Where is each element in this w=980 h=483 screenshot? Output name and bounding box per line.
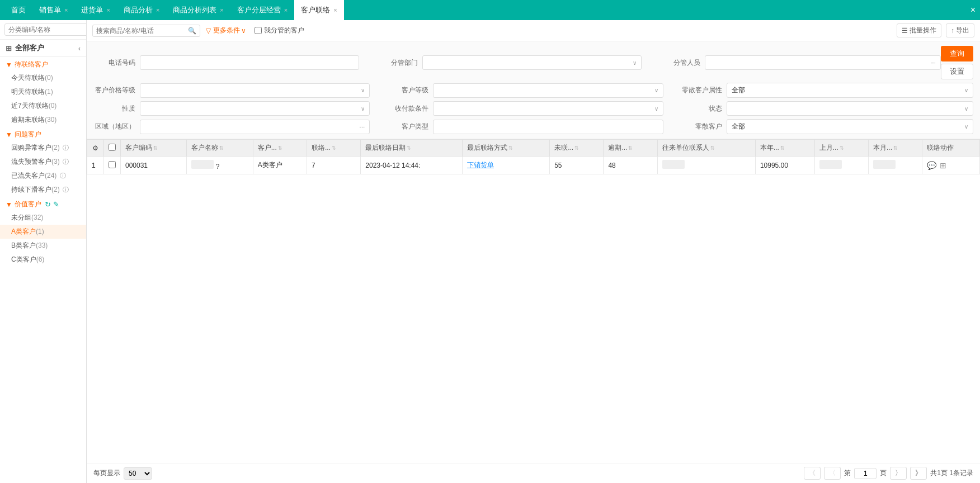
retail-attr-label: 零散客户属性 (680, 86, 722, 95)
close-analysis-list-tab[interactable]: × (220, 7, 223, 13)
sidebar-search-input[interactable] (4, 23, 87, 36)
query-button[interactable]: 查询 (941, 46, 973, 61)
retail-caret-icon: ∨ (964, 124, 968, 130)
close-contact-tab[interactable]: × (333, 7, 337, 13)
sidebar-item-today[interactable]: 今天待联络(0) (0, 71, 86, 85)
nav-tab-customer-segmentation[interactable]: 客户分层经营 × (230, 0, 294, 20)
batch-ops-button[interactable]: ☰ 批量操作 (897, 23, 941, 37)
refresh-icon[interactable]: ↻ (45, 200, 51, 209)
last-method-link[interactable]: 下销货单 (467, 161, 494, 169)
filter-more-button[interactable]: ▽ 更多条件 ∨ (206, 26, 246, 35)
nav-tab-customer-contact[interactable]: 客户联络 × (294, 0, 343, 20)
th-code: 客户编码⇅ (121, 140, 187, 157)
select-all-checkbox[interactable] (109, 144, 116, 151)
row-last-method[interactable]: 下销货单 (462, 157, 549, 174)
my-customers-checkbox-area[interactable]: 我分管的客户 (255, 26, 304, 35)
export-button[interactable]: ↑ 导出 (946, 23, 974, 37)
nav-tab-analysis-list[interactable]: 商品分析列表 × (166, 0, 230, 20)
sidebar-item-abnormal[interactable]: 回购异常客户(2) ⓘ (0, 141, 86, 155)
sidebar-value-group[interactable]: ▼ 价值客户 ↻ ✎ (0, 197, 86, 211)
window-close-button[interactable]: × (970, 5, 976, 15)
th-gear[interactable]: ⚙ (87, 140, 104, 157)
dept-input[interactable]: ∨ (422, 55, 642, 70)
sort-no-contact-icon[interactable]: ⇅ (574, 145, 579, 151)
page-number-input[interactable] (854, 468, 877, 479)
customer-level-input[interactable]: ∨ (433, 83, 663, 98)
price-level-input[interactable]: ∨ (140, 83, 370, 98)
sidebar-item-7days[interactable]: 近7天待联络(0) (0, 99, 86, 113)
nav-tab-purchase[interactable]: 进货单 × (74, 0, 116, 20)
sort-level-icon[interactable]: ⇅ (278, 145, 282, 151)
retail-input[interactable]: 全部 ∨ (727, 119, 973, 134)
filter-search-input[interactable] (96, 27, 186, 35)
sort-contact-count-icon[interactable]: ⇅ (332, 145, 336, 151)
sort-this-month-icon[interactable]: ⇅ (893, 145, 898, 151)
phone-input[interactable] (140, 55, 359, 70)
sidebar-item-declining[interactable]: 持续下滑客户(2) ⓘ (0, 183, 86, 197)
sidebar-pending-group[interactable]: ▼ 待联络客户 (0, 57, 86, 71)
sort-name-icon[interactable]: ⇅ (219, 145, 224, 151)
sidebar-item-overdue[interactable]: 逾期未联络(30) (0, 113, 86, 127)
nav-home[interactable]: 首页 (4, 5, 32, 15)
row-code: 000031 (121, 157, 187, 174)
sort-code-icon[interactable]: ⇅ (153, 145, 158, 151)
message-action-icon[interactable]: 💬 (927, 161, 936, 170)
status-input[interactable]: ∨ (727, 101, 973, 116)
sidebar-item-class-c[interactable]: C类客户(6) (0, 253, 86, 267)
chevron-down-icon: ∨ (241, 27, 246, 35)
sidebar-problem-group[interactable]: ▼ 问题客户 (0, 127, 86, 141)
th-this-month: 本月...⇅ (869, 140, 922, 157)
dept-caret-icon: ∨ (633, 60, 637, 66)
customer-type-label: 客户类型 (387, 122, 428, 131)
main-layout: 🔍 ⊞ 全部客户 ‹ ▼ 待联络客户 今天待联络(0) 明天待联络(1) 近7天… (0, 20, 980, 483)
sidebar-all-customers[interactable]: ⊞ 全部客户 ‹ (0, 40, 86, 57)
row-select-checkbox[interactable] (109, 161, 116, 168)
link-action-icon[interactable]: ⊞ (940, 161, 946, 170)
filter-cell-retail-attr: 零散客户属性 全部 ∨ (680, 83, 973, 98)
sidebar-item-lost[interactable]: 已流失客户(24) ⓘ (0, 169, 86, 183)
nature-input[interactable]: ∨ (140, 101, 370, 116)
retail-attr-input[interactable]: 全部 ∨ (727, 83, 973, 98)
dept-label: 分管部门 (376, 58, 418, 68)
th-check[interactable] (104, 140, 121, 157)
prev-page-button[interactable]: 〈 (824, 467, 841, 480)
area-input[interactable]: ··· (140, 120, 370, 134)
row-checkbox[interactable] (104, 157, 121, 174)
settings-button[interactable]: 设置 (941, 64, 973, 79)
last-page-button[interactable]: 》 (910, 467, 927, 480)
status-caret-icon: ∨ (964, 106, 968, 112)
sort-contact-person-icon[interactable]: ⇅ (710, 145, 715, 151)
close-sales-tab[interactable]: × (64, 7, 68, 13)
filter-search-box[interactable]: 🔍 (92, 25, 200, 37)
sidebar-item-lost-warning[interactable]: 流失预警客户(3) ⓘ (0, 155, 86, 169)
close-purchase-tab[interactable]: × (106, 7, 110, 13)
sidebar-item-unclassified[interactable]: 未分组(32) (0, 211, 86, 225)
close-analysis-tab[interactable]: × (156, 7, 159, 13)
sort-last-month-icon[interactable]: ⇅ (840, 145, 844, 151)
sidebar-item-tomorrow[interactable]: 明天待联络(1) (0, 85, 86, 99)
nav-tab-sales[interactable]: 销售单 × (32, 0, 74, 20)
page-size-select[interactable]: 50 100 200 (124, 467, 152, 480)
payment-input[interactable]: ∨ (433, 101, 663, 116)
person-input[interactable]: ··· (705, 55, 941, 70)
status-label: 状态 (680, 104, 722, 113)
info-icon-4: ⓘ (63, 186, 69, 193)
settings-value-icon[interactable]: ✎ (53, 200, 59, 209)
sort-last-method-icon[interactable]: ⇅ (508, 145, 513, 151)
close-segmentation-tab[interactable]: × (284, 7, 288, 13)
next-page-button[interactable]: 〉 (890, 467, 907, 480)
sidebar-item-class-b[interactable]: B类客户(33) (0, 239, 86, 253)
customer-type-input[interactable] (433, 120, 663, 134)
sort-this-year-icon[interactable]: ⇅ (780, 145, 785, 151)
th-contact-count: 联络...⇅ (307, 140, 361, 157)
nav-tab-analysis[interactable]: 商品分析 × (117, 0, 166, 20)
sort-overdue-icon[interactable]: ⇅ (628, 145, 633, 151)
total-info: 共1页 1条记录 (930, 468, 973, 478)
sidebar-item-class-a[interactable]: A类客户(1) (0, 225, 86, 239)
filter-cell-customer-type: 客户类型 (387, 120, 680, 134)
sort-last-date-icon[interactable]: ⇅ (407, 145, 411, 151)
first-page-button[interactable]: 《 (804, 467, 821, 480)
row-overdue: 48 (604, 157, 657, 174)
my-customers-checkbox[interactable] (255, 27, 262, 34)
row-this-year: 10995.00 (755, 157, 814, 174)
